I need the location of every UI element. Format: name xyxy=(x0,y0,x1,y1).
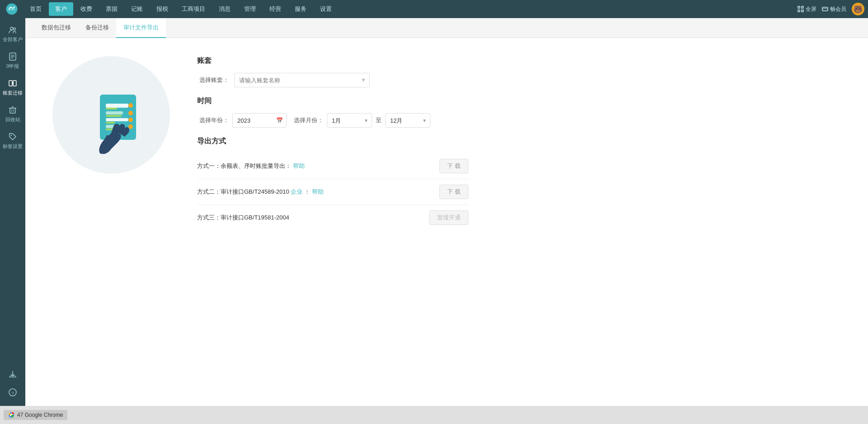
nav-operation[interactable]: 经营 xyxy=(263,2,288,16)
sidebar-item-zero-report[interactable]: 0申报 xyxy=(1,48,24,73)
svg-point-32 xyxy=(128,111,133,115)
svg-rect-1 xyxy=(798,6,800,8)
svg-rect-35 xyxy=(106,108,117,110)
taskbar-chrome-item[interactable]: 47 Google Chrome xyxy=(4,410,67,420)
export-method-2-suffix: ： xyxy=(304,188,310,195)
illustration-svg xyxy=(66,70,156,160)
tab-audit-export[interactable]: 审计文件导出 xyxy=(116,18,166,38)
svg-text:?: ? xyxy=(11,391,14,395)
chevron-down-icon: ▼ xyxy=(361,77,366,83)
nav-items: 首页 客户 收费 票据 记账 报税 工商项目 消息 管理 经营 服务 设置 xyxy=(24,2,797,16)
svg-point-8 xyxy=(14,28,16,30)
nav-right: 全屏 畅会员 🐻 xyxy=(797,3,864,15)
content-area: 数据包迁移 备份迁移 审计文件导出 xyxy=(25,18,868,406)
sidebar-item-trash[interactable]: 回收站 xyxy=(1,102,24,127)
main-layout: 全部客户 0申报 账套迁移 xyxy=(0,18,868,406)
taskbar: 47 Google Chrome xyxy=(0,406,868,424)
nav-service[interactable]: 服务 xyxy=(288,2,313,16)
top-nav: 首页 客户 收费 票据 记账 报税 工商项目 消息 管理 经营 服务 设置 全屏 xyxy=(0,0,868,18)
export-method-2-label: 方式二：审计接口GB/T24589-2010 企业 ： 帮助 xyxy=(197,188,324,196)
nav-home[interactable]: 首页 xyxy=(24,2,48,16)
nav-settings[interactable]: 设置 xyxy=(314,2,338,16)
export-method-3: 方式三：审计接口GB/T19581-2004 暂缓开通 xyxy=(197,205,468,230)
export-method-1-help-link[interactable]: 帮助 xyxy=(293,162,305,169)
export-method-3-prefix: 方式三：审计接口GB/T19581-2004 xyxy=(197,214,289,221)
export-method-1: 方式一：余额表、序时账批量导出： 帮助 下 载 xyxy=(197,153,468,179)
app-logo xyxy=(4,1,20,17)
sidebar-item-tag[interactable]: 标签设置 xyxy=(1,129,24,153)
month-to-wrapper: 1月2月3月 4月5月6月 7月8月9月 10月11月 12月 ▼ xyxy=(385,113,430,128)
svg-rect-36 xyxy=(106,115,122,117)
sidebar-label-trash: 回收站 xyxy=(5,116,20,123)
calendar-icon: 📅 xyxy=(276,117,283,124)
nav-accounting[interactable]: 记账 xyxy=(125,2,149,16)
export-method-3-label: 方式三：审计接口GB/T19581-2004 xyxy=(197,214,289,222)
export-method-1-download-btn[interactable]: 下 载 xyxy=(439,159,468,173)
svg-point-7 xyxy=(10,27,13,30)
sidebar-item-all-clients[interactable]: 全部客户 xyxy=(1,22,24,47)
month-to-select[interactable]: 1月2月3月 4月5月6月 7月8月9月 10月11月 12月 xyxy=(385,113,430,128)
month-label: 选择月份： xyxy=(294,116,323,124)
year-label: 选择年份： xyxy=(197,116,229,124)
nav-fee[interactable]: 收费 xyxy=(74,2,99,16)
year-input-wrapper: 📅 xyxy=(232,113,287,128)
export-method-2-company: 企业 xyxy=(291,188,302,195)
member-label: 畅会员 xyxy=(830,5,846,13)
account-row: 选择账套： ▼ xyxy=(197,73,468,87)
taskbar-chrome-label: 47 Google Chrome xyxy=(17,412,63,418)
sidebar-item-migrate[interactable]: 账套迁移 xyxy=(1,75,24,100)
export-method-1-label: 方式一：余额表、序时账批量导出： 帮助 xyxy=(197,162,305,170)
sidebar-item-help[interactable]: ? xyxy=(1,384,24,400)
account-input-wrapper: ▼ xyxy=(234,73,370,87)
account-section-title: 账套 xyxy=(197,56,468,66)
svg-point-31 xyxy=(128,103,133,108)
export-method-2-download-btn[interactable]: 下 载 xyxy=(439,185,468,199)
avatar[interactable]: 🐻 xyxy=(852,3,864,15)
svg-point-34 xyxy=(128,124,133,129)
chrome-icon xyxy=(8,412,14,418)
nav-business[interactable]: 工商项目 xyxy=(175,2,212,16)
nav-invoice[interactable]: 票据 xyxy=(99,2,124,16)
tab-backup-migration[interactable]: 备份迁移 xyxy=(78,18,116,38)
svg-rect-5 xyxy=(822,7,828,11)
svg-rect-3 xyxy=(798,10,800,12)
month-from-wrapper: 1月2月3月 4月5月6月 7月8月9月 10月11月12月 ▼ xyxy=(327,113,372,128)
svg-rect-16 xyxy=(10,108,15,113)
export-method-2-help-link[interactable]: 帮助 xyxy=(312,188,324,195)
svg-point-21 xyxy=(11,135,12,136)
svg-rect-29 xyxy=(106,118,128,121)
sidebar-label-tag: 标签设置 xyxy=(3,143,23,150)
tab-bar: 数据包迁移 备份迁移 审计文件导出 xyxy=(25,18,868,38)
nav-message[interactable]: 消息 xyxy=(212,2,237,16)
sidebar-item-download[interactable] xyxy=(1,366,24,382)
export-section-title: 导出方式 xyxy=(197,137,468,146)
illustration-area xyxy=(52,56,170,388)
illustration-circle xyxy=(52,56,170,174)
page-content: 账套 选择账套： ▼ 时间 选择年份： 📅 xyxy=(25,38,868,406)
svg-rect-4 xyxy=(802,10,803,12)
fullscreen-btn[interactable]: 全屏 xyxy=(797,5,816,13)
account-input[interactable] xyxy=(234,73,370,87)
nav-manage[interactable]: 管理 xyxy=(238,2,262,16)
export-method-2-prefix: 方式二：审计接口GB/T24589-2010 xyxy=(197,188,289,195)
tab-data-migration[interactable]: 数据包迁移 xyxy=(34,18,78,38)
time-row: 选择年份： 📅 选择月份： 1月2月3月 4月5月6月 7月8月9月 10月11… xyxy=(197,113,468,128)
nav-tax[interactable]: 报税 xyxy=(150,2,175,16)
account-label: 选择账套： xyxy=(197,76,229,84)
form-area: 账套 选择账套： ▼ 时间 选择年份： 📅 xyxy=(197,56,468,388)
left-sidebar: 全部客户 0申报 账套迁移 xyxy=(0,18,25,406)
svg-rect-37 xyxy=(106,122,115,124)
fullscreen-label: 全屏 xyxy=(806,5,816,13)
to-label: 至 xyxy=(376,116,382,124)
nav-client[interactable]: 客户 xyxy=(49,2,73,16)
sidebar-label-migrate: 账套迁移 xyxy=(3,90,23,96)
time-section-title: 时间 xyxy=(197,96,468,106)
member-btn[interactable]: 畅会员 xyxy=(822,5,846,13)
svg-rect-27 xyxy=(106,104,128,108)
sidebar-bottom: ? xyxy=(1,366,24,406)
export-method-2: 方式二：审计接口GB/T24589-2010 企业 ： 帮助 下 载 xyxy=(197,179,468,205)
sidebar-label-zero-report: 0申报 xyxy=(6,63,19,70)
month-from-select[interactable]: 1月2月3月 4月5月6月 7月8月9月 10月11月12月 xyxy=(327,113,372,128)
sidebar-label-all-clients: 全部客户 xyxy=(3,36,23,43)
svg-rect-28 xyxy=(106,111,123,114)
